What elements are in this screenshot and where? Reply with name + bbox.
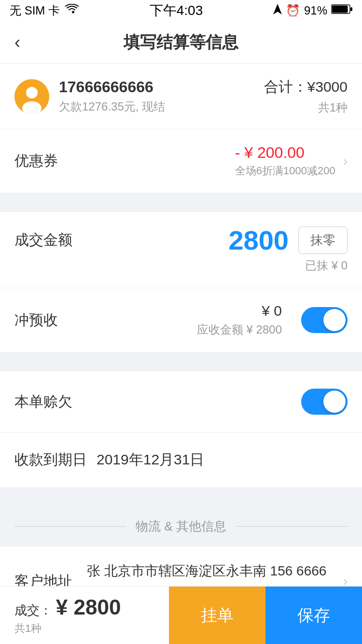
debt-label: 本单赊欠 [14, 392, 72, 412]
user-phone: 17666666666 [59, 78, 165, 96]
amount-row-container: 成交金额 2800 抹零 已抹 ¥ 0 [0, 212, 362, 288]
nav-bar: ‹ 填写结算等信息 [0, 21, 362, 64]
amount-value: 2800 [228, 227, 289, 254]
carrier-label: 无 SIM 卡 [10, 3, 60, 18]
svg-rect-2 [350, 7, 352, 11]
footer-summary: 成交： ¥ 2800 共1种 [0, 595, 169, 636]
footer-bar: 成交： ¥ 2800 共1种 挂单 保存 [0, 586, 362, 644]
amount-right: 2800 抹零 [228, 226, 348, 254]
logistics-line-left [14, 526, 126, 527]
prepay-toggle[interactable] [301, 307, 348, 333]
logistics-header: 物流 & 其他信息 [0, 506, 362, 546]
prepay-receivable: 应收金额 ¥ 2800 [197, 322, 282, 337]
status-left: 无 SIM 卡 [10, 3, 79, 18]
coupon-amount: - ¥ 200.00 [235, 144, 335, 162]
toggle-knob [323, 309, 346, 331]
avatar [14, 79, 49, 114]
logistics-title: 物流 & 其他信息 [126, 518, 236, 535]
duedate-label: 收款到期日 [14, 450, 87, 470]
wifi-icon [65, 4, 79, 17]
hold-button[interactable]: 挂单 [169, 587, 265, 644]
user-row: 17666666666 欠款1276.35元, 现结 合计：¥3000 共1种 [0, 64, 362, 129]
status-right: ⏰ 91% [273, 4, 352, 17]
user-total: 合计：¥3000 [264, 77, 348, 97]
divider-1 [0, 202, 362, 212]
amount-sub: 已抹 ¥ 0 [14, 258, 348, 273]
user-right: 合计：¥3000 共1种 [264, 77, 348, 115]
logistics-line-right [236, 526, 348, 527]
footer-deal-label: 成交： [14, 603, 52, 617]
user-count: 共1种 [264, 100, 348, 115]
prepay-label: 冲预收 [14, 310, 58, 330]
prepay-right: ¥ 0 应收金额 ¥ 2800 [197, 303, 282, 337]
debt-toggle-knob [323, 391, 346, 413]
user-debt: 欠款1276.35元, 现结 [59, 99, 165, 114]
user-section: 17666666666 欠款1276.35元, 现结 合计：¥3000 共1种 … [0, 64, 362, 193]
debt-toggle[interactable] [301, 389, 348, 415]
page-title: 填写结算等信息 [124, 31, 238, 54]
location-icon [273, 4, 282, 17]
user-left: 17666666666 欠款1276.35元, 现结 [14, 78, 165, 114]
amount-section: 成交金额 2800 抹零 已抹 ¥ 0 冲预收 ¥ 0 应收金额 ¥ 2800 [0, 212, 362, 352]
user-info: 17666666666 欠款1276.35元, 现结 [59, 78, 165, 114]
coupon-row[interactable]: 优惠券 - ¥ 200.00 全场6折满1000减200 › [0, 129, 362, 193]
coupon-desc: 全场6折满1000减200 [235, 164, 335, 178]
prepay-row: 冲预收 ¥ 0 应收金额 ¥ 2800 [0, 288, 362, 352]
debt-row: 本单赊欠 [0, 371, 362, 432]
divider-2 [0, 362, 362, 371]
round-button[interactable]: 抹零 [298, 226, 348, 254]
duedate-value: 2019年12月31日 [97, 450, 204, 470]
back-button[interactable]: ‹ [14, 32, 20, 53]
coupon-right: - ¥ 200.00 全场6折满1000减200 › [235, 144, 348, 178]
status-time: 下午4:03 [150, 1, 203, 20]
duedate-row: 收款到期日 2019年12月31日 [0, 432, 362, 487]
battery-icon [331, 4, 352, 17]
footer-amount: ¥ 2800 [56, 595, 121, 619]
svg-rect-1 [332, 6, 348, 13]
divider-3 [0, 497, 362, 506]
amount-row: 成交金额 2800 抹零 [14, 226, 348, 254]
amount-label: 成交金额 [14, 230, 72, 250]
prepay-amount: ¥ 0 [262, 303, 282, 319]
status-bar: 无 SIM 卡 下午4:03 ⏰ 91% [0, 0, 362, 21]
debt-section: 本单赊欠 收款到期日 2019年12月31日 [0, 371, 362, 487]
svg-point-4 [26, 87, 38, 98]
footer-count: 共1种 [14, 621, 154, 636]
battery-label: 91% [304, 4, 327, 17]
footer-deal-row: 成交： ¥ 2800 [14, 595, 154, 619]
coupon-label: 优惠券 [14, 151, 58, 171]
chevron-right-icon: › [343, 154, 348, 169]
save-button[interactable]: 保存 [265, 587, 362, 644]
alarm-icon: ⏰ [286, 4, 300, 17]
